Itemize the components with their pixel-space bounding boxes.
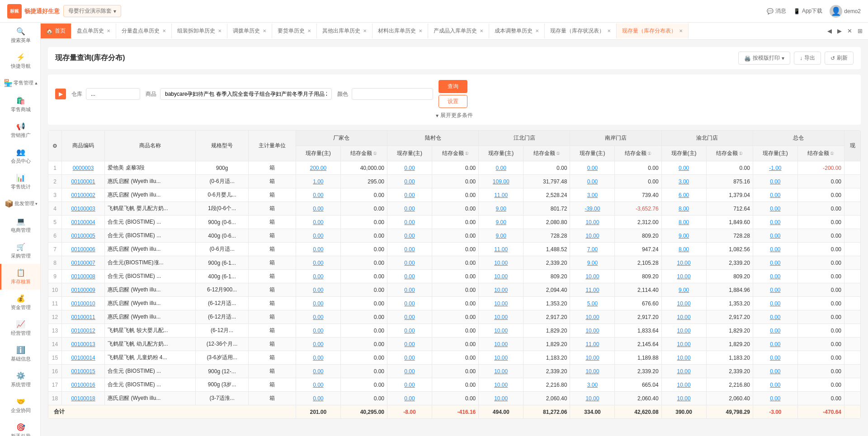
cell-lucun-amt: 0.00 [432, 310, 478, 324]
search-area: ▶ 仓库 商品 颜色 查询 设置 [48, 75, 861, 125]
tab-material-out[interactable]: 材料出库单历史 ✕ [373, 23, 428, 38]
sidebar-item-nav[interactable]: ⚡ 快捷导航 [0, 48, 40, 74]
cell-jiangbei-qty: 10.00 [479, 310, 524, 324]
total-jiangbei-amt: 81,272.06 [524, 405, 570, 419]
cell-yubei-qty: 10.00 [661, 310, 706, 324]
cell-yubei-amt: 1,829.20 [706, 324, 753, 338]
cell-total-qty: 0.00 [753, 188, 797, 202]
sidebar-item-members[interactable]: 👥 会员中心 [0, 143, 40, 169]
tab-close-icon[interactable]: ✕ [107, 28, 110, 33]
cell-index: 7 [48, 243, 62, 256]
tab-close-icon8[interactable]: ✕ [480, 28, 483, 33]
tab-close-all-btn[interactable]: ✕ [845, 26, 854, 36]
expand-conditions-btn[interactable]: ▾ 展开更多条件 [436, 112, 473, 119]
tab-close-icon7[interactable]: ✕ [419, 28, 422, 33]
tab-close-icon9[interactable]: ✕ [535, 28, 539, 33]
tab-assembly[interactable]: 组装拆卸单历史 ✕ [172, 23, 227, 38]
messages-btn[interactable]: 💬 消息 [767, 7, 786, 15]
sidebar-item-finance[interactable]: 💰 资金管理 [0, 290, 40, 315]
tab-cost-adjust[interactable]: 成本调整单历史 ✕ [489, 23, 545, 38]
query-btn[interactable]: 查询 [439, 80, 467, 93]
wholesale-arrow: ▾ [35, 202, 38, 206]
expand-arrow-btn[interactable]: ▶ [55, 89, 66, 99]
settings-btn[interactable]: 设置 [439, 95, 467, 108]
tab-close-icon10[interactable]: ✕ [607, 28, 611, 33]
sidebar-item-wholesale[interactable]: 📦 批发管理 ▾ [0, 195, 40, 212]
th-jiangbei-qty: 现存量(主) [479, 146, 524, 161]
cell-index: 14 [48, 338, 62, 351]
cell-total-qty: 0.00 [753, 175, 797, 188]
tab-close-icon6[interactable]: ✕ [363, 28, 367, 33]
cell-current [844, 256, 861, 270]
cell-current [844, 310, 861, 324]
cell-total-qty: 0.00 [753, 378, 797, 392]
cell-nanan-amt: 2,114.40 [615, 283, 661, 297]
cell-total-qty: 0.00 [753, 338, 797, 351]
cell-jiangbei-amt: 801.72 [524, 202, 570, 216]
cell-name: 合生元(BIOSTIME)涨... [105, 256, 196, 270]
user-menu[interactable]: 👤 demo2 [830, 5, 861, 18]
cell-total-qty: 0.00 [753, 365, 797, 378]
sidebar-item-marketing[interactable]: 📢 营销推广 [0, 117, 40, 143]
sidebar-item-search[interactable]: 🔍 搜索英单 [0, 23, 40, 48]
print-btn[interactable]: 🖨️ 按模版打印 ▾ [738, 52, 790, 65]
refresh-btn[interactable]: ↺ 刷新 [825, 52, 854, 65]
tab-inventory-check[interactable]: 盘点单历史 ✕ [71, 23, 116, 38]
sidebar-item-purchase[interactable]: 🛒 采购管理 [0, 238, 40, 264]
cell-code: 0000003 [62, 161, 105, 175]
tab-close-icon2[interactable]: ✕ [162, 28, 166, 33]
sidebar-item-ecom[interactable]: 💻 电商管理 [0, 212, 40, 238]
tab-expand-btn[interactable]: ⊞ [856, 26, 864, 36]
cell-jiangbei-qty: 11.00 [479, 243, 524, 256]
tab-close-icon4[interactable]: ✕ [263, 28, 266, 33]
sidebar-item-basic[interactable]: ℹ️ 基础信息 [0, 341, 40, 367]
sidebar-item-mall[interactable]: 🛍️ 零售商城 [0, 92, 40, 117]
tab-home[interactable]: 🏠 首页 [41, 23, 71, 38]
color-input[interactable] [352, 88, 433, 100]
tab-stock-status[interactable]: 现存量（库存状况表） ✕ [545, 23, 617, 38]
tab-next-btn[interactable]: ▶ [835, 26, 844, 36]
cell-changjia-qty: 0.00 [296, 188, 340, 202]
tab-cost-adjust-label: 成本调整单历史 [495, 27, 533, 35]
sidebar-item-system[interactable]: ⚙️ 系统管理 [0, 367, 40, 393]
cell-jiangbei-qty: 9.00 [479, 216, 524, 229]
sidebar-item-collab[interactable]: 🤝 企业协同 [0, 393, 40, 418]
cell-unit: 箱 [249, 324, 296, 338]
export-btn[interactable]: ↓ 导出 [794, 52, 821, 65]
cell-index: 15 [48, 351, 62, 365]
sidebar-item-operations[interactable]: 📈 经营管理 [0, 315, 40, 341]
cell-current [844, 229, 861, 243]
cell-current [844, 161, 861, 175]
tab-other-out[interactable]: 其他出库单历史 ✕ [317, 23, 373, 38]
cell-total-amt: 0.00 [797, 283, 844, 297]
tab-order[interactable]: 要货单历史 ✕ [272, 23, 317, 38]
tabs-bar: 🏠 首页 盘点单历史 ✕ 分量盘点单历史 ✕ 组装拆卸单历史 ✕ 调拨单历史 [41, 23, 868, 40]
tab-close-icon3[interactable]: ✕ [218, 28, 222, 33]
sidebar-item-inventory[interactable]: 📋 库存核算 [0, 264, 40, 290]
tab-close-icon11[interactable]: ✕ [679, 28, 683, 33]
cell-nanan-amt: 2,312.00 [615, 216, 661, 229]
cell-changjia-qty: 0.00 [296, 243, 340, 256]
sidebar-item-stats[interactable]: 📊 零售统计 [0, 169, 40, 195]
tab-prev-btn[interactable]: ◀ [826, 26, 834, 36]
cell-yubei-amt: 1,829.20 [706, 338, 753, 351]
cell-name: 爱他美 桌藜3段 [105, 161, 196, 175]
industry-selector[interactable]: 母婴行业演示陈套 ▾ [63, 5, 121, 17]
cell-lucun-amt: 0.00 [432, 338, 478, 351]
goods-input[interactable] [160, 88, 332, 100]
page-title: 现存量查询(库存分布) [55, 53, 125, 63]
tab-transfer[interactable]: 调拨单历史 ✕ [227, 23, 272, 38]
tab-stock-dist[interactable]: 现存量（库存分布表） ✕ [617, 23, 689, 38]
tab-product-in[interactable]: 产成品入库单历史 ✕ [428, 23, 489, 38]
sidebar-item-guide[interactable]: 🎯 新手引导 [0, 418, 40, 436]
cell-yubei-amt: 1,183.20 [706, 351, 753, 365]
cell-total-amt: 0.00 [797, 175, 844, 188]
cell-lucun-amt: 0.00 [432, 283, 478, 297]
app-download-btn[interactable]: 📱 App下载 [793, 7, 822, 15]
warehouse-input[interactable] [86, 88, 140, 100]
finance-icon: 💰 [16, 294, 25, 303]
tab-close-icon5[interactable]: ✕ [307, 28, 311, 33]
sidebar-item-retail[interactable]: 🏪 零售管理 ▲ [0, 74, 40, 92]
total-total-qty: -3.00 [753, 405, 797, 419]
tab-partial-check[interactable]: 分量盘点单历史 ✕ [116, 23, 172, 38]
